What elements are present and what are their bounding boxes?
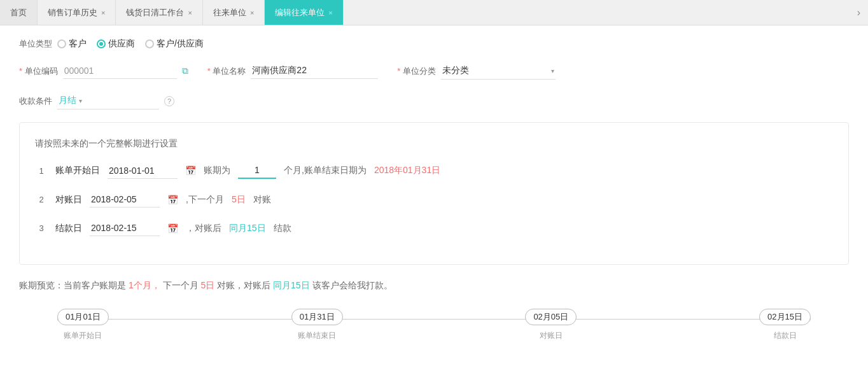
tab-home[interactable]: 首页	[0, 0, 38, 25]
unit-code-label: 单位编码	[19, 66, 58, 77]
main-content: 单位类型 客户 供应商 客户/供应商 单位编码 ⧉	[0, 25, 868, 387]
help-icon[interactable]: ?	[164, 96, 174, 106]
payment-terms-row: 收款条件 月结 ▾ ?	[19, 92, 849, 109]
tab-sales-order-close[interactable]: ×	[101, 9, 105, 17]
timeline-label-2: 账单结束日	[298, 330, 336, 341]
radio-customer[interactable]: 客户	[57, 38, 87, 50]
preview-suffix: 该客户会给我打款。	[312, 280, 393, 290]
preview-red1: 1个月，	[129, 280, 160, 290]
unit-type-radio-group: 客户 供应商 客户/供应商	[57, 38, 204, 50]
tab-sales-order[interactable]: 销售订单历史 ×	[38, 0, 116, 25]
unit-name-input[interactable]	[251, 63, 378, 79]
timeline-badge-1: 01月01日	[57, 309, 109, 325]
timeline-node-3: 02月05日 对账日	[525, 309, 577, 341]
period-row3-prefix: ，对账后	[186, 223, 221, 234]
period-end-date: 2018年01月31日	[374, 165, 440, 176]
unit-classify-label: 单位分类	[397, 66, 436, 77]
tab-home-label: 首页	[10, 7, 27, 18]
calendar-icon-3[interactable]: 📅	[167, 223, 178, 234]
calendar-icon-2[interactable]: 📅	[167, 195, 178, 205]
payment-terms-value: 月结	[59, 95, 76, 106]
period-row3-suffix: 结款	[274, 223, 291, 234]
unit-classify-select[interactable]: 未分类 ▾	[441, 62, 556, 80]
payment-terms-select[interactable]: 月结 ▾	[57, 92, 159, 109]
timeline-label-4: 结款日	[774, 330, 797, 341]
timeline-label-1: 账单开始日	[64, 330, 102, 341]
period-row-1: 1 账单开始日 📅 账期为 个月,账单结束日期为 2018年01月31日	[35, 162, 833, 179]
tab-sales-order-label: 销售订单历史	[48, 7, 97, 18]
radio-both-circle	[145, 39, 154, 48]
period-row2-prefix: ,下一个月	[186, 194, 224, 206]
period-settings-title: 请按照未来的一个完整帐期进行设置	[35, 138, 833, 150]
unit-classify-field: 单位分类 未分类 ▾	[397, 62, 556, 80]
period-label-1: 账单开始日	[55, 165, 100, 176]
radio-supplier[interactable]: 供应商	[97, 38, 135, 50]
period-num-1: 1	[35, 166, 48, 176]
unit-info-row: 单位编码 ⧉ 单位名称 单位分类 未分类 ▾	[19, 62, 849, 80]
period-row-2: 2 对账日 📅 ,下一个月 5日 对账	[35, 192, 833, 208]
preview-section: 账期预览：当前客户账期是 1个月， 下一个月 5日 对账，对账后 同月15日 该…	[19, 278, 849, 293]
unit-code-field: 单位编码 ⧉	[19, 63, 188, 79]
period-num-2: 2	[35, 195, 48, 204]
unit-code-input[interactable]	[63, 63, 177, 79]
unit-classify-value: 未分类	[442, 65, 549, 76]
timeline-node-2: 01月31日 账单结束日	[291, 309, 343, 341]
period-date-1[interactable]	[108, 163, 178, 179]
timeline-wrapper: 01月01日 账单开始日 01月31日 账单结束日 02月05日 对账日 02月…	[19, 309, 849, 341]
tab-cash-work-close[interactable]: ×	[188, 9, 192, 17]
timeline-badge-3: 02月05日	[525, 309, 577, 325]
copy-icon[interactable]: ⧉	[182, 66, 188, 76]
radio-both-label: 客户/供应商	[157, 38, 204, 50]
timeline-badge-4: 02月15日	[759, 309, 811, 325]
tab-edit-partner-close[interactable]: ×	[328, 9, 332, 17]
period-num-3: 3	[35, 223, 48, 233]
unit-name-label: 单位名称	[207, 66, 246, 77]
tab-edit-partner[interactable]: 编辑往来单位 ×	[265, 0, 343, 25]
timeline-node-4: 02月15日 结款日	[759, 309, 811, 341]
preview-text2: 对账，对账后	[217, 280, 270, 290]
preview-text1: 下一个月	[163, 280, 199, 290]
payment-terms-chevron-icon: ▾	[79, 97, 82, 104]
tab-edit-partner-label: 编辑往来单位	[275, 7, 325, 18]
timeline-node-1: 01月01日 账单开始日	[57, 309, 109, 341]
period-row3-highlight: 同月15日	[229, 223, 266, 234]
tab-cash-work-label: 钱货日清工作台	[126, 7, 184, 18]
unit-type-row: 单位类型 客户 供应商 客户/供应商	[19, 38, 849, 50]
period-date-2[interactable]	[90, 192, 160, 208]
period-date-3[interactable]	[90, 220, 160, 236]
tab-cash-work[interactable]: 钱货日清工作台 ×	[116, 0, 202, 25]
period-settings-box: 请按照未来的一个完整帐期进行设置 1 账单开始日 📅 账期为 个月,账单结束日期…	[19, 122, 849, 265]
radio-supplier-circle	[97, 39, 106, 48]
timeline-label-3: 对账日	[540, 330, 563, 341]
payment-terms-field: 收款条件 月结 ▾ ?	[19, 92, 174, 109]
preview-teal1: 同月15日	[273, 280, 310, 290]
radio-supplier-label: 供应商	[108, 38, 135, 50]
payment-terms-label: 收款条件	[19, 95, 52, 107]
radio-both[interactable]: 客户/供应商	[145, 38, 204, 50]
tab-bar: 首页 销售订单历史 × 钱货日清工作台 × 往来单位 × 编辑往来单位 × ›	[0, 0, 868, 25]
radio-customer-circle	[57, 39, 66, 48]
unit-name-field: 单位名称	[207, 63, 379, 79]
tab-partner[interactable]: 往来单位 ×	[203, 0, 265, 25]
calendar-icon-1[interactable]: 📅	[185, 165, 196, 176]
unit-type-field: 单位类型 客户 供应商 客户/供应商	[19, 38, 204, 50]
period-for-label: 账期为	[204, 165, 230, 176]
period-row2-suffix: 对账	[253, 194, 271, 206]
period-label-3: 结款日	[55, 223, 82, 234]
preview-red2: 5日	[200, 280, 214, 290]
period-label-2: 对账日	[55, 194, 82, 206]
radio-customer-label: 客户	[69, 38, 87, 50]
tab-partner-label: 往来单位	[213, 7, 246, 18]
timeline-badge-2: 01月31日	[291, 309, 343, 325]
tab-expand-button[interactable]: ›	[850, 0, 868, 25]
period-unit-text: 个月,账单结束日期为	[284, 165, 367, 176]
period-months-input[interactable]	[238, 162, 276, 179]
unit-type-label: 单位类型	[19, 38, 52, 50]
period-row-3: 3 结款日 📅 ，对账后 同月15日 结款	[35, 220, 833, 236]
timeline-nodes: 01月01日 账单开始日 01月31日 账单结束日 02月05日 对账日 02月…	[57, 309, 811, 341]
period-row2-highlight: 5日	[232, 194, 246, 206]
tab-partner-close[interactable]: ×	[250, 9, 254, 17]
preview-prefix: 账期预览：当前客户账期是	[19, 280, 126, 290]
classify-chevron-icon: ▾	[551, 67, 554, 74]
